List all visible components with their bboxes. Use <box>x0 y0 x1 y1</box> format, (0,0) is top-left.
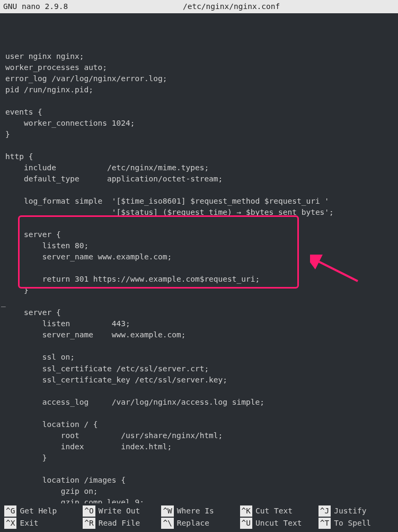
shortcut-where-is[interactable]: ^W Where Is <box>161 505 236 517</box>
shortcut-exit[interactable]: ^X Exit <box>4 518 79 529</box>
shortcut-label: Uncut Text <box>255 518 302 529</box>
editor-viewport[interactable]: user nginx nginx; worker_processes auto;… <box>0 13 398 530</box>
shortcut-read-file[interactable]: ^R Read File <box>83 518 158 529</box>
shortcut-label: Read File <box>99 518 140 529</box>
shortcut-label: Exit <box>20 518 38 529</box>
shortcut-key: ^J <box>319 505 331 517</box>
shortcut-label: Write Out <box>99 505 140 517</box>
shortcut-get-help[interactable]: ^G Get Help <box>4 505 79 517</box>
shortcut-label: Where Is <box>177 505 214 517</box>
shortcut-key: ^\ <box>161 518 173 529</box>
shortcut-key: ^R <box>83 518 95 529</box>
shortcut-uncut-text[interactable]: ^U Uncut Text <box>240 518 315 529</box>
shortcut-justify[interactable]: ^J Justify <box>319 505 394 517</box>
file-path: /etc/nginx/nginx.conf <box>68 1 395 12</box>
shortcut-key: ^G <box>4 505 16 517</box>
shortcut-bar: ^G Get Help ^O Write Out ^W Where Is ^K … <box>0 503 398 532</box>
titlebar: GNU nano 2.9.8 /etc/nginx/nginx.conf <box>0 0 398 13</box>
shortcut-cut-text[interactable]: ^K Cut Text <box>240 505 315 517</box>
file-content: user nginx nginx; worker_processes auto;… <box>5 40 393 519</box>
shortcut-label: Justify <box>334 505 366 517</box>
shortcut-key: ^W <box>161 505 173 517</box>
shortcut-key: ^X <box>4 518 16 529</box>
shortcut-key: ^T <box>319 518 331 529</box>
shortcut-label: Replace <box>177 518 209 529</box>
shortcut-key: ^O <box>83 505 95 517</box>
shortcut-label: Cut Text <box>255 505 293 517</box>
shortcut-write-out[interactable]: ^O Write Out <box>83 505 158 517</box>
margin-indicator: _ <box>1 297 6 308</box>
shortcut-label: To Spell <box>334 518 371 529</box>
shortcut-replace[interactable]: ^\ Replace <box>161 518 236 529</box>
shortcut-key: ^K <box>240 505 252 517</box>
shortcut-to-spell[interactable]: ^T To Spell <box>319 518 394 529</box>
shortcut-label: Get Help <box>20 505 57 517</box>
app-name: GNU nano 2.9.8 <box>3 1 68 12</box>
shortcut-key: ^U <box>240 518 252 529</box>
